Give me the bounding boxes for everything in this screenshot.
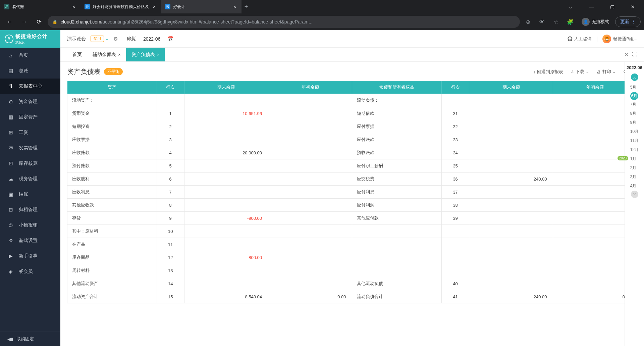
month-6月[interactable]: 6月 [630, 92, 638, 100]
table-cell[interactable]: 4 [157, 146, 184, 159]
table-cell[interactable]: 预收账款 [352, 146, 442, 159]
table-cell[interactable]: 38 [442, 199, 469, 212]
table-cell[interactable]: 240.00 [469, 172, 553, 186]
table-cell[interactable]: 1 [157, 107, 184, 120]
table-cell[interactable] [268, 225, 352, 238]
close-all-tabs-icon[interactable]: ✕ [624, 51, 629, 58]
table-cell[interactable] [442, 238, 469, 251]
table-cell[interactable] [352, 251, 442, 264]
table-cell[interactable] [268, 277, 352, 290]
table-cell[interactable]: 应交税费 [352, 172, 442, 186]
fullscreen-icon[interactable]: ⛶ [632, 51, 637, 58]
forward-button[interactable]: → [18, 16, 30, 28]
table-cell[interactable]: 14 [157, 277, 184, 290]
table-cell[interactable]: 流动资产： [67, 94, 157, 107]
table-cell[interactable]: 37 [442, 186, 469, 199]
sidebar-item-0[interactable]: ⌂首页 [0, 48, 60, 63]
table-cell[interactable] [442, 251, 469, 264]
sidebar-item-10[interactable]: ⊟归档管理 [0, 202, 60, 217]
table-cell[interactable] [184, 133, 268, 146]
eye-off-icon[interactable]: 👁 [537, 16, 547, 27]
table-cell[interactable]: 应付利润 [352, 199, 442, 212]
month-11月[interactable]: 11月 [630, 136, 639, 145]
table-cell[interactable] [268, 251, 352, 264]
sidebar-item-7[interactable]: ⊡库存核算 [0, 156, 60, 171]
table-cell[interactable]: 7 [157, 186, 184, 199]
table-cell[interactable] [268, 172, 352, 186]
sidebar-item-9[interactable]: ▣结账 [0, 187, 60, 202]
month-1月[interactable]: 1月2023 [630, 154, 639, 163]
sidebar-item-8[interactable]: ☁税务管理 [0, 171, 60, 187]
page-tab-1[interactable]: 辅助余额表× [87, 48, 126, 61]
table-cell[interactable]: 39 [442, 212, 469, 225]
table-cell[interactable] [268, 212, 352, 225]
table-cell[interactable]: 11 [157, 238, 184, 251]
table-cell[interactable] [184, 225, 268, 238]
table-cell[interactable]: 0.00 [268, 290, 352, 303]
table-cell[interactable] [184, 277, 268, 290]
table-cell[interactable]: 短期投资 [67, 120, 157, 133]
table-cell[interactable] [352, 264, 442, 277]
month-12月[interactable]: 12月 [630, 145, 639, 154]
table-cell[interactable] [442, 225, 469, 238]
table-cell[interactable]: 短期借款 [352, 107, 442, 120]
table-cell[interactable]: 6 [157, 172, 184, 186]
balance-sheet-table[interactable]: 资产行次期末余额年初余额负债和所有者权益行次期末余额年初余额 流动资产：流动负债… [67, 81, 637, 346]
sidebar-item-6[interactable]: ✉发票管理 [0, 140, 60, 156]
print-button[interactable]: 🖨 打印 ⌄ [597, 69, 616, 75]
table-cell[interactable]: 3 [157, 133, 184, 146]
month-10月[interactable]: 10月 [630, 127, 639, 136]
table-cell[interactable] [469, 277, 553, 290]
scroll-down-icon[interactable]: ︾ [631, 191, 638, 198]
table-cell[interactable]: 其他流动资产 [67, 277, 157, 290]
table-cell[interactable]: 库存商品 [67, 251, 157, 264]
chevron-down-icon[interactable]: ⌄ [563, 2, 578, 12]
user-menu[interactable]: 🐯 畅捷通B组... [602, 35, 637, 43]
table-cell[interactable] [469, 251, 553, 264]
table-cell[interactable] [268, 94, 352, 107]
table-cell[interactable] [268, 199, 352, 212]
table-cell[interactable]: 34 [442, 146, 469, 159]
close-icon[interactable]: × [232, 4, 237, 9]
table-cell[interactable]: 应收票据 [67, 133, 157, 146]
table-cell[interactable]: -800.00 [184, 251, 268, 264]
table-cell[interactable] [469, 120, 553, 133]
close-icon[interactable]: × [152, 4, 157, 9]
sidebar-item-11[interactable]: ©小畅报销 [0, 217, 60, 233]
table-cell[interactable]: 应付账款 [352, 133, 442, 146]
browser-tab-1[interactable]: 云 好会计财务管理软件购买价格及 × [80, 0, 161, 13]
table-cell[interactable]: 2 [157, 120, 184, 133]
table-cell[interactable]: 应付利息 [352, 186, 442, 199]
month-4月[interactable]: 4月 [630, 182, 639, 191]
page-tab-0[interactable]: 首页 [67, 48, 87, 61]
table-cell[interactable] [469, 133, 553, 146]
table-cell[interactable] [268, 146, 352, 159]
table-cell[interactable]: 5 [157, 159, 184, 172]
table-cell[interactable]: 41 [442, 290, 469, 303]
table-cell[interactable] [268, 186, 352, 199]
table-cell[interactable] [469, 94, 553, 107]
table-cell[interactable] [268, 238, 352, 251]
reload-button[interactable]: ⟳ [33, 16, 45, 28]
table-cell[interactable] [184, 120, 268, 133]
table-cell[interactable]: 应付职工薪酬 [352, 159, 442, 172]
table-cell[interactable]: 32 [442, 120, 469, 133]
table-cell[interactable] [184, 94, 268, 107]
maximize-button[interactable]: ▢ [604, 2, 620, 12]
month-8月[interactable]: 8月 [630, 109, 639, 118]
sidebar-item-2[interactable]: ⇅云报表中心 [0, 79, 60, 94]
table-cell[interactable] [268, 264, 352, 277]
sidebar-item-1[interactable]: ▤总账 [0, 63, 60, 79]
chevron-down-icon[interactable]: ⌄ [105, 37, 109, 41]
sidebar-item-5[interactable]: ⊞工资 [0, 125, 60, 140]
sidebar-item-12[interactable]: ⚙基础设置 [0, 233, 60, 248]
table-cell[interactable]: 流动资产合计 [67, 290, 157, 303]
new-tab-button[interactable]: + [241, 3, 251, 10]
table-cell[interactable] [184, 172, 268, 186]
table-cell[interactable]: 在产品 [67, 238, 157, 251]
page-tab-2[interactable]: 资产负债表× [126, 48, 165, 61]
table-cell[interactable] [469, 146, 553, 159]
table-cell[interactable]: 流动负债： [352, 94, 442, 107]
star-icon[interactable]: ☆ [551, 16, 561, 27]
brand-logo[interactable]: ¥ 畅捷通好会计 旗舰版 [0, 30, 60, 48]
